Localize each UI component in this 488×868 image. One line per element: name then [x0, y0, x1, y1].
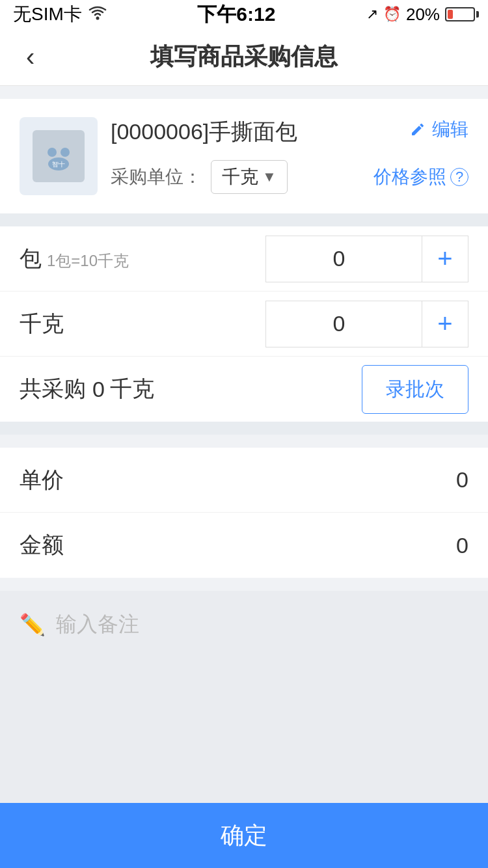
remark-placeholder: 输入备注 — [56, 610, 139, 639]
price-ref-button[interactable]: 价格参照 ? — [373, 165, 468, 189]
amount-value: 0 — [456, 533, 468, 558]
total-unit: 千克 — [110, 374, 154, 404]
remark-section[interactable]: ✏️ 输入备注 — [0, 591, 488, 658]
battery-icon — [445, 7, 475, 21]
svg-text:智十: 智十 — [52, 161, 65, 168]
svg-point-2 — [61, 148, 70, 157]
bao-input-row: 包1包=10千克 + — [0, 226, 488, 292]
carrier-label: 无SIM卡 — [13, 2, 82, 27]
nav-bar: ‹ 填写商品采购信息 — [0, 29, 488, 86]
amount-row: 金额 0 — [0, 513, 488, 578]
kg-plus-button[interactable]: + — [422, 301, 468, 347]
price-row: 单价 0 — [0, 448, 488, 513]
edit-button[interactable]: 编辑 — [410, 117, 468, 142]
kg-input-row: 千克 + — [0, 292, 488, 357]
help-icon: ? — [450, 168, 468, 186]
wifi-icon — [88, 4, 107, 25]
bao-input[interactable] — [265, 236, 422, 282]
unit-value: 千克 — [222, 165, 258, 189]
product-image: 智十 — [20, 117, 98, 195]
product-thumbnail: 智十 — [33, 130, 85, 182]
location-icon: ↗ — [366, 6, 378, 23]
status-bar: 无SIM卡 下午6:12 ↗ ⏰ 20% — [0, 0, 488, 29]
status-time: 下午6:12 — [197, 1, 275, 28]
total-label: 共采购 — [20, 374, 86, 404]
confirm-button[interactable]: 确定 — [0, 803, 488, 868]
unit-label: 采购单位： — [111, 165, 202, 189]
kg-controls: + — [265, 301, 468, 347]
product-name: [0000006]手撕面包 — [111, 117, 297, 147]
price-ref-label: 价格参照 — [373, 165, 446, 189]
record-batch-button[interactable]: 录批次 — [362, 365, 468, 414]
pencil-icon: ✏️ — [20, 612, 46, 637]
kg-input[interactable] — [265, 301, 422, 347]
bao-label: 包1包=10千克 — [20, 244, 129, 274]
svg-point-1 — [47, 148, 57, 157]
status-left: 无SIM卡 — [13, 2, 107, 27]
product-info: [0000006]手撕面包 编辑 采购单位： 千克 ▼ 价格参照 ? — [111, 117, 468, 194]
battery-percent: 20% — [406, 5, 440, 25]
dropdown-arrow-icon: ▼ — [262, 169, 277, 185]
unit-select[interactable]: 千克 ▼ — [211, 160, 288, 194]
bao-sub-label: 1包=10千克 — [47, 252, 129, 269]
page-title: 填写商品采购信息 — [150, 41, 338, 73]
kg-label: 千克 — [20, 309, 98, 339]
total-value: 0 — [92, 377, 105, 402]
section-divider-2 — [0, 422, 488, 435]
bao-controls: + — [265, 236, 468, 282]
total-row: 共采购 0 千克 录批次 — [0, 357, 488, 422]
amount-label: 金额 — [20, 530, 64, 560]
price-value: 0 — [456, 467, 468, 493]
section-divider-1 — [0, 213, 488, 226]
price-label: 单价 — [20, 465, 64, 495]
status-right: ↗ ⏰ 20% — [366, 5, 475, 25]
edit-label: 编辑 — [432, 117, 468, 142]
bao-plus-button[interactable]: + — [422, 236, 468, 282]
info-section: 单价 0 金额 0 — [0, 448, 488, 578]
svg-point-0 — [96, 17, 99, 20]
alarm-icon: ⏰ — [383, 6, 401, 23]
input-section: 包1包=10千克 + 千克 + — [0, 226, 488, 357]
back-button[interactable]: ‹ — [20, 36, 41, 78]
product-card: 智十 [0000006]手撕面包 编辑 采购单位： 千克 ▼ — [0, 99, 488, 213]
